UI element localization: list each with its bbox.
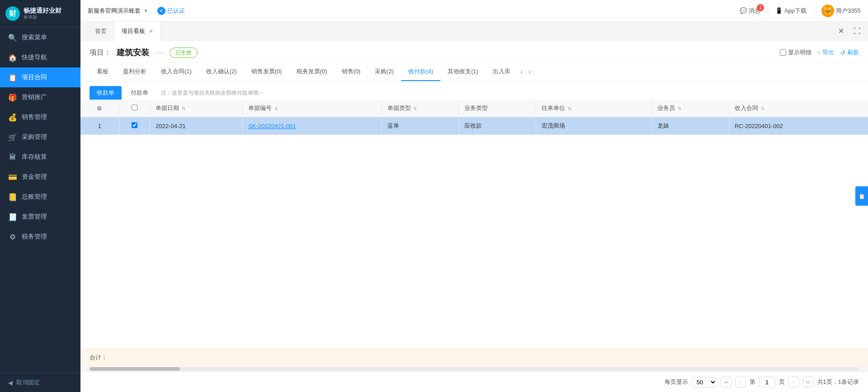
divider: [768, 6, 768, 15]
refresh-button[interactable]: ↺ 刷新: [840, 48, 859, 57]
sidebar-item-label: 项目合同: [22, 73, 47, 81]
prev-page-button[interactable]: ‹: [735, 377, 746, 387]
sub-tabs: 看板 盈利分析 收入合同(1) 收入确认(2) 销售发票(0) 税务发票(0) …: [80, 63, 868, 81]
table-area: ⚙ 单据日期 ⇅ 单据编号 ⇅: [80, 100, 868, 349]
row-company: 宏茂商场: [536, 117, 652, 135]
gift-icon: 🎁: [8, 93, 17, 102]
row-staff: 龙妹: [652, 117, 729, 135]
first-page-button[interactable]: ⏮: [721, 377, 731, 387]
sidebar-item-marketing[interactable]: 🎁 营销推广: [0, 87, 80, 107]
inner-tab-payment[interactable]: 付款单: [123, 86, 156, 100]
sub-tab-payment[interactable]: 收付款(4): [401, 63, 440, 81]
row-code[interactable]: SK-20220421-001: [243, 117, 382, 135]
table-settings-header[interactable]: ⚙: [80, 100, 119, 117]
sidebar-item-shortcut[interactable]: 🏠 快捷导航: [0, 48, 80, 67]
sub-tab-sales-invoice[interactable]: 销售发票(0): [244, 63, 289, 81]
gear-icon[interactable]: ⚙: [97, 105, 102, 112]
sub-tab-sales[interactable]: 销售(0): [335, 63, 368, 81]
sub-tab-other[interactable]: 其他收支(1): [440, 63, 486, 81]
table-header-code[interactable]: 单据编号 ⇅: [243, 100, 382, 117]
scrollbar-thumb[interactable]: [90, 367, 180, 371]
inner-tab-receipt[interactable]: 收款单: [90, 86, 122, 100]
project-label: 项目：: [90, 48, 111, 57]
user-label: 用户3355: [836, 7, 861, 15]
sidebar-item-inventory[interactable]: 🏛 库存核算: [0, 147, 80, 167]
sub-tab-profit[interactable]: 盈利分析: [116, 63, 154, 81]
sidebar-item-ledger[interactable]: 📒 总账管理: [0, 187, 80, 207]
table-row[interactable]: 1 2022-04-21 SK-20220421-001 蓝单 应收款 宏茂商场…: [80, 117, 868, 135]
data-table: ⚙ 单据日期 ⇅ 单据编号 ⇅: [80, 100, 868, 135]
tab-home[interactable]: 首页: [88, 22, 114, 41]
show-detail-input[interactable]: [780, 49, 786, 56]
topbar: 新服务官网演示账套 ▼ ✔ 已认证 💬 消息 1 📱 App下载 🐱 用户335…: [80, 0, 868, 22]
sidebar-nav: 🔍 搜索菜单 🏠 快捷导航 📋 项目合同 🎁 营销推广 💰 销售管理 🛒 采购管…: [0, 28, 80, 373]
unpin-label: 取消固定: [16, 378, 40, 387]
sidebar-item-sales[interactable]: 💰 销售管理: [0, 107, 80, 127]
tab-kanban[interactable]: 项目看板 ✕: [114, 22, 161, 41]
sidebar-item-search[interactable]: 🔍 搜索菜单: [0, 28, 80, 48]
show-detail-checkbox[interactable]: 显示明细: [780, 48, 811, 57]
sales-icon: 💰: [8, 113, 17, 122]
sidebar-item-invoice[interactable]: 🧾 发票管理: [0, 207, 80, 227]
sidebar-item-label: 总账管理: [22, 193, 47, 201]
table-header-staff[interactable]: 业务员 ⇅: [652, 100, 729, 117]
float-action-button[interactable]: 📋: [855, 186, 868, 206]
export-button[interactable]: ↑ 导出: [818, 48, 835, 57]
sub-tab-income-confirm[interactable]: 收入确认(2): [199, 63, 244, 81]
message-button[interactable]: 💬 消息 1: [740, 7, 760, 15]
sidebar-item-finance[interactable]: 💳 资金管理: [0, 167, 80, 187]
current-page-input[interactable]: [759, 377, 775, 387]
sub-tab-inout[interactable]: 出入库: [486, 63, 518, 81]
select-all-checkbox[interactable]: [132, 105, 137, 110]
row-code-link[interactable]: SK-20220421-001: [248, 123, 296, 129]
sub-tab-purchase[interactable]: 采购(2): [368, 63, 401, 81]
unpin-button[interactable]: ◀ 取消固定: [0, 373, 80, 392]
sub-tab-income-contract[interactable]: 收入合同(1): [154, 63, 199, 81]
biz-header-label: 业务类型: [464, 105, 488, 111]
sub-tab-kanban[interactable]: 看板: [90, 63, 116, 81]
table-header-biz: 业务类型: [459, 100, 536, 117]
show-detail-label: 显示明细: [788, 48, 811, 57]
table-check-header[interactable]: [119, 100, 150, 117]
sort-staff-icon: ⇅: [678, 106, 681, 111]
tab-kanban-label: 项目看板: [122, 27, 145, 35]
sub-tab-next-arrow[interactable]: ›: [525, 64, 533, 80]
sort-contract-icon: ⇅: [761, 106, 764, 111]
app-download-button[interactable]: 📱 App下载: [775, 7, 807, 15]
table-header-company[interactable]: 往来单位 ⇅: [536, 100, 652, 117]
user-button[interactable]: 🐱 用户3355: [821, 5, 861, 17]
table-header-type[interactable]: 单据类型 ⇅: [382, 100, 459, 117]
project-more-button[interactable]: ···: [155, 48, 164, 57]
row-contract: RC-20220401-002: [729, 117, 868, 135]
refresh-icon: ↺: [840, 49, 845, 56]
sidebar-item-label: 采购管理: [22, 133, 47, 141]
sidebar-item-contract[interactable]: 📋 项目合同: [0, 67, 80, 87]
staff-header-label: 业务员: [657, 105, 675, 111]
next-page-button[interactable]: ›: [788, 377, 799, 387]
sidebar-item-purchase[interactable]: 🛒 采购管理: [0, 127, 80, 147]
close-window-button[interactable]: ✕: [835, 26, 846, 37]
app-download-label: App下载: [784, 7, 807, 15]
per-page-select[interactable]: 50 100 200: [692, 377, 717, 387]
sub-tab-tax-invoice[interactable]: 税务发票(0): [289, 63, 335, 81]
logo-sub: 标准版: [24, 14, 61, 20]
tab-bar: 首页 项目看板 ✕ ✕ ⛶: [80, 22, 868, 41]
account-selector[interactable]: 新服务官网演示账套 ▼: [88, 7, 148, 15]
contract-header-label: 收入合同: [735, 105, 758, 111]
last-page-button[interactable]: ⏭: [803, 377, 814, 387]
row-date: 2022-04-21: [150, 117, 243, 135]
sub-tab-prev-arrow[interactable]: ‹: [518, 64, 525, 80]
row-check[interactable]: [119, 117, 150, 135]
tab-close-icon[interactable]: ✕: [149, 28, 153, 34]
table-header-date[interactable]: 单据日期 ⇅: [150, 100, 243, 117]
logo-icon: 财: [5, 6, 20, 21]
table-header-contract[interactable]: 收入合同 ⇅: [729, 100, 868, 117]
sidebar-item-tax[interactable]: ⚙ 税务管理: [0, 227, 80, 247]
row-checkbox[interactable]: [132, 122, 137, 128]
search-icon: 🔍: [8, 33, 17, 42]
maximize-window-button[interactable]: ⛶: [852, 26, 863, 37]
total-label: 合计：: [90, 354, 107, 361]
content-area: 项目： 建筑安装 ··· 已生效 显示明细 ↑ 导出 ↺ 刷新: [80, 41, 868, 392]
scrollbar-track[interactable]: [90, 367, 859, 371]
project-status-badge: 已生效: [170, 48, 198, 58]
